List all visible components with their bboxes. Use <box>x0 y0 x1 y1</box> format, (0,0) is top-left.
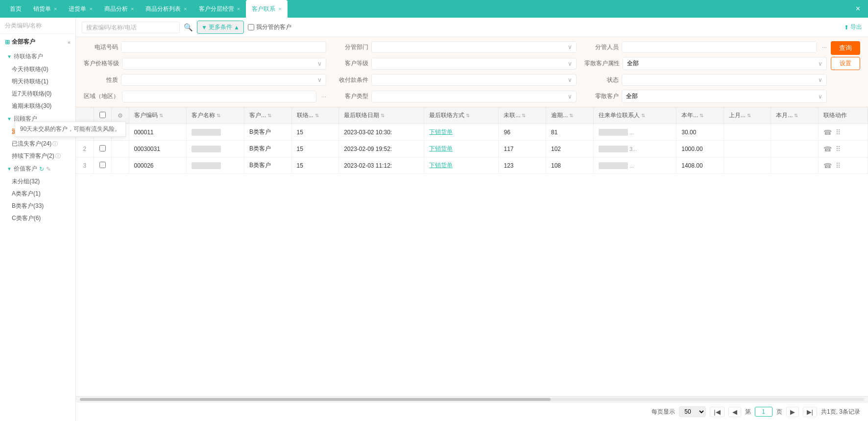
contact-method-link-1[interactable]: 下销货单 <box>429 128 453 135</box>
nature-select[interactable]: ∨ <box>121 74 326 86</box>
sort-icon-year[interactable]: ⇅ <box>699 113 703 118</box>
sidebar-item-ungrouped[interactable]: 未分组(32) <box>0 175 75 188</box>
tab-close-product-list[interactable]: × <box>184 6 187 12</box>
table-settings-icon[interactable]: ⚙ <box>118 112 123 119</box>
first-page-btn[interactable]: |◀ <box>710 407 724 417</box>
tab-customer-tier[interactable]: 客户分层经营 × <box>193 0 246 18</box>
prev-page-btn[interactable]: ◀ <box>728 407 741 417</box>
sort-icon-unit[interactable]: ⇅ <box>641 113 645 118</box>
search-icon[interactable]: 🔍 <box>184 23 193 32</box>
tab-close-customer-tier[interactable]: × <box>237 6 240 12</box>
table-container: ⚙ 客户编码⇅ 客户名称⇅ 客户...⇅ 联络...⇅ <box>76 107 868 396</box>
page-number-input[interactable] <box>755 407 772 417</box>
last-page-btn[interactable]: ▶| <box>803 407 817 417</box>
tab-product-analysis[interactable]: 商品分析 × <box>98 0 140 18</box>
row-method-1[interactable]: 下销货单 <box>424 124 499 141</box>
scroll-track[interactable] <box>80 398 864 401</box>
sidebar-item-churned[interactable]: 已流失客户(24) ⓘ <box>0 138 75 150</box>
refresh-icon[interactable]: ↻ <box>39 166 44 173</box>
row-checkbox-2[interactable] <box>94 141 111 157</box>
more-conditions-btn[interactable]: ▼ 更多条件 ▲ <box>197 21 244 34</box>
row-checkbox-3[interactable] <box>94 157 111 174</box>
more-actions-icon-3[interactable]: ⠿ <box>836 162 841 170</box>
sort-icon-overdue[interactable]: ⇅ <box>569 113 573 118</box>
edit-icon[interactable]: ✎ <box>46 166 51 173</box>
select-all-checkbox[interactable] <box>99 112 106 118</box>
row-overdue-1: 81 <box>546 124 594 141</box>
sidebar-search-input[interactable] <box>5 22 76 29</box>
sort-icon-month[interactable]: ⇅ <box>794 113 798 118</box>
more-actions-icon[interactable]: ⠿ <box>836 128 841 136</box>
my-customers-check[interactable]: 我分管的客户 <box>248 23 291 31</box>
dept-select[interactable]: ∨ <box>371 41 577 53</box>
sort-icon-contact[interactable]: ⇅ <box>315 113 319 118</box>
sidebar-item-today[interactable]: 今天待联络(0) <box>0 63 75 75</box>
sort-icon[interactable]: ⇅ <box>159 113 163 118</box>
customer-level-select[interactable]: ∨ <box>371 58 577 70</box>
scroll-thumb[interactable] <box>80 398 551 401</box>
sort-icon-lmonth[interactable]: ⇅ <box>747 113 751 118</box>
row-contact-1: 15 <box>291 124 339 141</box>
window-close-btn[interactable]: × <box>852 4 864 13</box>
row-type-1: B类客户 <box>244 124 292 141</box>
dots-icon[interactable]: ··· <box>822 44 827 50</box>
status-select[interactable]: ∨ <box>622 74 827 86</box>
sidebar-group-pending[interactable]: ▼ 待联络客户 <box>0 50 75 63</box>
price-level-select[interactable]: ∨ <box>122 58 326 70</box>
sort-icon-date[interactable]: ⇅ <box>381 113 385 118</box>
query-button[interactable]: 查询 <box>831 41 860 55</box>
tab-product-analysis-list[interactable]: 商品分析列表 × <box>140 0 193 18</box>
region-input[interactable] <box>122 91 316 102</box>
sidebar-item-a-class[interactable]: A类客户(1) <box>0 188 75 200</box>
next-page-btn[interactable]: ▶ <box>786 407 799 417</box>
contact-icon-2[interactable]: ☎ <box>823 145 832 153</box>
more-actions-icon-2[interactable]: ⠿ <box>836 145 841 153</box>
sidebar-item-7days[interactable]: 近7天待联络(0) <box>0 88 75 100</box>
horizontal-scrollbar[interactable] <box>76 396 868 402</box>
filter-row-2: 客户价格等级 ∨ 客户等级 ∨ <box>84 57 827 70</box>
contact-method-link-3[interactable]: 下销货单 <box>429 162 453 169</box>
page-unit: 页 <box>776 408 782 416</box>
row-method-3[interactable]: 下销货单 <box>424 157 499 174</box>
sidebar-item-overdue[interactable]: 逾期未联络(30) <box>0 100 75 112</box>
person-input[interactable] <box>622 41 817 53</box>
row-method-2[interactable]: 下销货单 <box>424 141 499 157</box>
region-dots-icon[interactable]: ··· <box>321 93 326 100</box>
tab-sales-order[interactable]: 销货单 × <box>27 0 63 18</box>
group-arrow-icon: ▼ <box>7 54 12 59</box>
tab-customer-contact[interactable]: 客户联系 × <box>246 0 287 18</box>
tab-close-customer-contact[interactable]: × <box>278 6 281 12</box>
sort-icon-method[interactable]: ⇅ <box>466 113 470 118</box>
contact-method-link-2[interactable]: 下销货单 <box>429 145 453 152</box>
contact-icon-3[interactable]: ☎ <box>823 162 832 170</box>
sort-icon-no-contact[interactable]: ⇅ <box>522 113 526 118</box>
retail-select[interactable]: 全部 ∨ <box>622 90 827 103</box>
tab-close-sales[interactable]: × <box>54 6 57 12</box>
sidebar-item-tomorrow[interactable]: 明天待联络(1) <box>0 75 75 88</box>
retail-attr-select[interactable]: 全部 ∨ <box>623 57 827 70</box>
col-overdue: 逾期...⇅ <box>546 107 594 124</box>
sort-icon-type[interactable]: ⇅ <box>267 113 271 118</box>
my-customers-checkbox[interactable] <box>248 24 254 30</box>
tab-home[interactable]: 首页 <box>4 0 27 18</box>
settings-button[interactable]: 设置 <box>831 57 860 70</box>
export-btn[interactable]: ⬆ 导出 <box>844 23 862 31</box>
tab-close-product-analysis[interactable]: × <box>131 6 134 12</box>
chevron-down-icon-retail: ∨ <box>818 60 822 67</box>
search-input[interactable] <box>82 22 180 33</box>
sidebar-item-b-class[interactable]: B类客户(33) <box>0 200 75 212</box>
sidebar-group-value[interactable]: ▼ 价值客户 ↻ ✎ <box>0 162 75 175</box>
sidebar-item-declining[interactable]: 持续下滑客户(2) ⓘ <box>0 150 75 162</box>
sidebar-item-c-class[interactable]: C类客户(6) <box>0 212 75 224</box>
sort-icon-name[interactable]: ⇅ <box>217 113 220 118</box>
tab-close-purchase[interactable]: × <box>89 6 92 12</box>
filter-customer-level: 客户等级 ∨ <box>334 58 577 70</box>
contact-icon[interactable]: ☎ <box>823 128 832 136</box>
customer-type-select[interactable]: ∨ <box>371 91 577 102</box>
per-page-select[interactable]: 50 100 200 <box>679 406 706 417</box>
blurred-name-1 <box>192 129 221 136</box>
sidebar-all-customers[interactable]: ⊞ 全部客户 « <box>0 34 75 50</box>
tab-purchase[interactable]: 进货单 × <box>63 0 98 18</box>
phone-input[interactable] <box>121 41 326 53</box>
payment-select[interactable]: ∨ <box>371 74 577 86</box>
